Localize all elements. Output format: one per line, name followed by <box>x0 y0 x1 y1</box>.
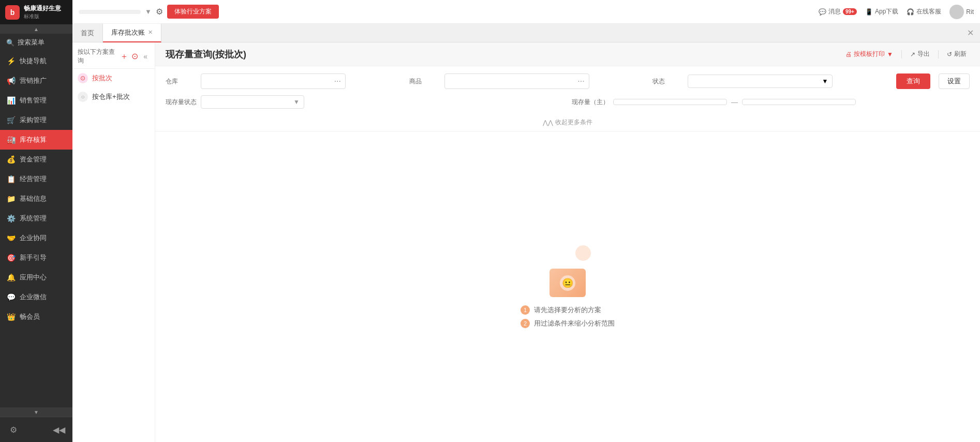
collapse-scheme-button[interactable]: « <box>141 50 150 63</box>
filter-group-product: 商品 ··· <box>409 73 645 89</box>
sidebar-title-block: 畅康通好生意 标准版 <box>24 4 61 20</box>
sidebar-item-应用中心[interactable]: 🔔 应用中心 <box>0 268 72 287</box>
sidebar-item-资金管理[interactable]: 💰 资金管理 <box>0 150 72 169</box>
nav-icon-11: 🔔 <box>6 273 16 282</box>
empty-box: 😐 <box>550 269 586 297</box>
sidebar-item-库存核算[interactable]: 🏭 库存核算 <box>0 130 72 150</box>
nav-icon-10: 🎯 <box>6 253 16 262</box>
search-icon: 🔍 <box>6 39 14 47</box>
collapse-filter-button[interactable]: ⋀⋀ 收起更多条件 <box>166 115 970 131</box>
warehouse-input[interactable]: ··· <box>201 73 346 89</box>
tab-inventory-batch-label: 库存批次账 <box>111 28 145 37</box>
scheme-item-warehouse-batch[interactable]: ○ 按仓库+批次 <box>72 87 155 106</box>
sidebar-search[interactable]: 🔍 搜索菜单 <box>0 34 72 51</box>
app-download-button[interactable]: 📱 App下载 <box>865 7 898 16</box>
print-dropdown-icon[interactable]: ▼ <box>887 51 893 58</box>
nav-label-12: 企业微信 <box>20 292 47 302</box>
scheme-header-title: 按以下方案查询 <box>78 48 117 65</box>
print-button[interactable]: 🖨 按模板打印 ▼ <box>842 48 896 61</box>
warehouse-more-icon[interactable]: ··· <box>334 77 341 86</box>
topbar-gear-icon[interactable]: ⚙ <box>156 7 163 17</box>
refresh-label: 刷新 <box>954 50 967 58</box>
nav-label-6: 经营管理 <box>20 174 47 184</box>
product-more-icon[interactable]: ··· <box>577 77 584 86</box>
online-service-label: 在线客服 <box>916 7 941 16</box>
sidebar-item-销售管理[interactable]: 📊 销售管理 <box>0 91 72 110</box>
nav-label-8: 系统管理 <box>20 214 47 223</box>
scheme-item-batch[interactable]: ⊙ 按批次 <box>72 69 155 87</box>
messages-label: 消息 <box>828 7 841 16</box>
tab-bar: 首页 库存批次账 ✕ ✕ <box>72 24 980 42</box>
sidebar-item-企业协同[interactable]: 🤝 企业协同 <box>0 228 72 248</box>
sidebar-item-基础信息[interactable]: 📁 基础信息 <box>0 189 72 209</box>
sidebar-item-快捷导航[interactable]: ⚡ 快捷导航 <box>0 51 72 71</box>
scheme-settings-icon[interactable]: ⊙ <box>131 52 138 61</box>
settings-icon[interactable]: ⚙ <box>6 422 21 437</box>
scheme-header: 按以下方案查询 ＋ ⊙ « <box>72 42 155 69</box>
nav-icon-8: ⚙️ <box>6 214 16 223</box>
query-button[interactable]: 查询 <box>896 73 930 89</box>
print-icon: 🖨 <box>845 51 852 58</box>
product-input[interactable]: ··· <box>444 73 589 89</box>
qty-dash: — <box>731 98 738 106</box>
user-avatar[interactable]: Rit <box>949 5 974 19</box>
sidebar-scroll-up[interactable]: ▲ <box>0 24 72 34</box>
content-area: 按以下方案查询 ＋ ⊙ « ⊙ 按批次 ○ 按仓库+批次 现存量查询(按批次) <box>72 42 980 442</box>
refresh-icon: ↺ <box>947 51 952 58</box>
top-search-box[interactable] <box>79 10 141 14</box>
inventory-status-dropdown-icon[interactable]: ▼ <box>293 98 300 106</box>
tab-home-label: 首页 <box>81 28 94 38</box>
inventory-qty-min[interactable] <box>613 99 727 105</box>
print-label: 按模板打印 <box>854 50 885 58</box>
nav-label-2: 销售管理 <box>20 96 47 105</box>
message-icon: 💬 <box>819 8 826 16</box>
status-filter-label: 状态 <box>652 77 684 86</box>
sidebar-item-经营管理[interactable]: 📋 经营管理 <box>0 169 72 189</box>
tab-home[interactable]: 首页 <box>72 24 103 42</box>
empty-tips: 1 请先选择要分析的方案 2 用过滤条件来缩小分析范围 <box>521 305 615 328</box>
collapse-up-icon: ⋀⋀ <box>543 119 553 126</box>
tip-num-2: 2 <box>521 319 530 328</box>
online-service-button[interactable]: 🎧 在线客服 <box>907 7 941 16</box>
scheme-icon-batch: ⊙ <box>78 73 88 83</box>
sidebar-item-新手引导[interactable]: 🎯 新手引导 <box>0 248 72 268</box>
collapse-sidebar-icon[interactable]: ◀◀ <box>52 422 66 437</box>
headset-icon: 🎧 <box>907 8 914 16</box>
sidebar-item-企业微信[interactable]: 💬 企业微信 <box>0 287 72 307</box>
sidebar-item-系统管理[interactable]: ⚙️ 系统管理 <box>0 209 72 228</box>
status-dropdown-icon[interactable]: ▼ <box>822 78 828 85</box>
nav-label-9: 企业协同 <box>20 233 47 243</box>
nav-label-13: 畅会员 <box>20 312 40 321</box>
tab-close-icon[interactable]: ✕ <box>148 29 153 36</box>
messages-button[interactable]: 💬 消息 99+ <box>819 7 857 16</box>
export-button[interactable]: ↗ 导出 <box>907 48 933 61</box>
empty-tip-2: 2 用过滤条件来缩小分析范围 <box>521 319 615 328</box>
sidebar-scroll-down[interactable]: ▼ <box>0 407 72 417</box>
nav-icon-3: 🛒 <box>6 115 16 125</box>
avatar-img <box>949 5 964 19</box>
trial-button[interactable]: 体验行业方案 <box>167 5 219 19</box>
topbar-dropdown-icon[interactable]: ▼ <box>145 8 152 16</box>
warehouse-filter-label: 仓库 <box>166 77 197 86</box>
settings-button[interactable]: 设置 <box>939 73 970 89</box>
inventory-status-select[interactable]: ▼ <box>201 95 304 109</box>
scheme-item-batch-label: 按批次 <box>92 73 112 83</box>
topbar-left: ▼ ⚙ 体验行业方案 <box>79 5 814 19</box>
refresh-button[interactable]: ↺ 刷新 <box>944 48 970 61</box>
inventory-qty-max[interactable] <box>742 99 856 105</box>
tab-inventory-batch[interactable]: 库存批次账 ✕ <box>103 24 161 42</box>
main-panel: 现存量查询(按批次) 🖨 按模板打印 ▼ ↗ 导出 ↺ 刷 <box>155 42 980 442</box>
main-area: ▼ ⚙ 体验行业方案 💬 消息 99+ 📱 App下载 🎧 在线客服 Rit <box>72 0 980 442</box>
add-scheme-button[interactable]: ＋ <box>120 52 128 61</box>
sidebar-item-畅会员[interactable]: 👑 畅会员 <box>0 307 72 327</box>
scheme-panel: 按以下方案查询 ＋ ⊙ « ⊙ 按批次 ○ 按仓库+批次 <box>72 42 155 442</box>
nav-icon-4: 🏭 <box>6 135 16 144</box>
sidebar-item-营销推广[interactable]: 📢 营销推广 <box>0 71 72 91</box>
nav-label-11: 应用中心 <box>20 273 47 282</box>
tab-close-all-icon[interactable]: ✕ <box>967 28 974 38</box>
status-select[interactable]: ▼ <box>688 75 833 88</box>
nav-icon-2: 📊 <box>6 96 16 105</box>
empty-tip-1: 1 请先选择要分析的方案 <box>521 305 615 315</box>
empty-illustration: 😐 <box>542 245 593 297</box>
sidebar-item-采购管理[interactable]: 🛒 采购管理 <box>0 110 72 130</box>
